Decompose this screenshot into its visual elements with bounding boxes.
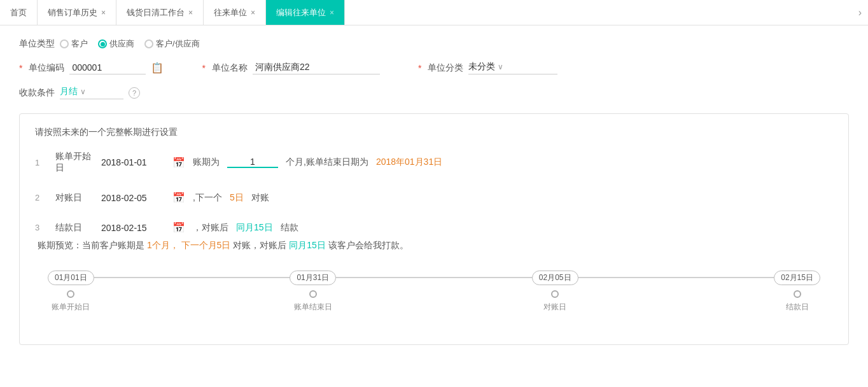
tab-more-button[interactable]: › (852, 7, 868, 18)
radio-supplier[interactable]: 供应商 (98, 38, 134, 50)
period-highlight-3: 同月15日 (236, 222, 273, 234)
timeline: 01月01日 账单开始日 01月31日 账单结束日 02月05日 对账日 02月… (35, 264, 833, 332)
node-label-3: 结款日 (786, 302, 809, 313)
tab-bar: 首页 销售订单历史 × 钱货日清工作台 × 往来单位 × 编辑往来单位 × › (0, 0, 868, 25)
tab-sales-label: 销售订单历史 (48, 7, 97, 18)
unit-type-group: 单位类型 客户 供应商 客户/供应商 (19, 38, 200, 50)
radio-both-circle (144, 39, 153, 48)
unit-type-row: 单位类型 客户 供应商 客户/供应商 (19, 38, 849, 50)
node-circle-3 (794, 290, 801, 298)
tab-edit-close[interactable]: × (330, 8, 334, 17)
period-num-1: 1 (35, 158, 48, 167)
unit-type-radios: 客户 供应商 客户/供应商 (60, 38, 200, 50)
period-label-3: 结款日 (55, 222, 94, 234)
unit-name-label: 单位名称 (212, 62, 248, 74)
unit-cat-label: 单位分类 (428, 62, 463, 74)
period-row-1: 1 账单开始日 2018-01-01 📅 账期为 个月,账单结束日期为 2018… (35, 151, 833, 174)
radio-supplier-label: 供应商 (109, 38, 134, 50)
unit-code-group: * 单位编码 📋 (19, 61, 164, 74)
unit-category-select[interactable]: 未分类 ∨ (468, 61, 557, 74)
node-badge-0: 01月01日 (48, 271, 94, 285)
unit-name-input[interactable] (253, 61, 380, 74)
period-desc-suffix-1: 个月,账单结束日期为 (286, 157, 368, 168)
preview-span3: 同月15日 (289, 240, 326, 250)
node-circle-2 (551, 290, 559, 298)
radio-supplier-circle (98, 39, 107, 48)
payment-terms-arrow: ∨ (80, 87, 86, 96)
payment-terms-select[interactable]: 月结 ∨ (60, 86, 123, 99)
unit-category-group: * 单位分类 未分类 ∨ (418, 61, 557, 74)
period-settings-box: 请按照未来的一个完整帐期进行设置 1 账单开始日 2018-01-01 📅 账期… (19, 113, 849, 345)
period-date-3: 2018-02-15 (101, 223, 165, 233)
unit-name-group: * 单位名称 (202, 61, 379, 74)
timeline-node-1: 01月31日 账单结束日 (290, 271, 336, 313)
period-cal-3[interactable]: 📅 (172, 222, 185, 234)
timeline-node-3: 02月15日 结款日 (774, 271, 820, 313)
tab-home[interactable]: 首页 (0, 0, 38, 25)
tab-cash-work[interactable]: 钱货日清工作台 × (116, 0, 204, 25)
unit-code-label: 单位编码 (29, 62, 64, 74)
timeline-node-0: 01月01日 账单开始日 (48, 271, 94, 313)
node-circle-1 (309, 290, 317, 298)
tab-sales-order-history[interactable]: 销售订单历史 × (38, 0, 116, 25)
period-row-2: 2 对账日 2018-02-05 📅 ,下一个 5日 对账 (35, 192, 833, 204)
period-cal-2[interactable]: 📅 (172, 192, 185, 204)
unit-code-copy-icon[interactable]: 📋 (151, 62, 164, 74)
tab-cash-label: 钱货日清工作台 (127, 7, 185, 18)
unit-code-star: * (19, 63, 22, 73)
node-label-2: 对账日 (543, 302, 566, 313)
period-desc-2b: 对账 (251, 192, 269, 204)
unit-cat-arrow: ∨ (498, 62, 503, 71)
radio-customer-circle (60, 39, 69, 48)
period-num-2: 2 (35, 193, 48, 202)
period-highlight-2: 5日 (230, 192, 244, 204)
period-title: 请按照未来的一个完整帐期进行设置 (35, 127, 833, 138)
period-date-2: 2018-02-05 (101, 193, 165, 203)
tab-partners-label: 往来单位 (214, 7, 247, 18)
tab-sales-close[interactable]: × (101, 8, 106, 17)
radio-customer[interactable]: 客户 (60, 38, 88, 50)
payment-terms-value: 月结 (60, 86, 78, 97)
unit-cat-value: 未分类 (468, 61, 495, 73)
tab-edit-partner[interactable]: 编辑往来单位 × (266, 0, 345, 25)
period-desc-3a: ，对账后 (193, 222, 228, 234)
tab-cash-close[interactable]: × (188, 8, 193, 17)
period-desc-3b: 结款 (281, 222, 298, 234)
payment-terms-group: 收款条件 月结 ∨ ? (19, 86, 140, 99)
payment-terms-row: 收款条件 月结 ∨ ? (19, 86, 849, 99)
period-row-3: 3 结款日 2018-02-15 📅 ，对账后 同月15日 结款 (35, 222, 833, 234)
period-label-1: 账单开始日 (55, 151, 94, 174)
unit-cat-star: * (418, 63, 421, 73)
period-cal-1[interactable]: 📅 (172, 157, 185, 169)
preview-prefix: 账期预览：当前客户账期是 (38, 240, 144, 250)
unit-code-input[interactable] (69, 61, 146, 74)
tab-partners-close[interactable]: × (251, 8, 255, 17)
preview-middle: 对账，对账后 (233, 240, 286, 250)
preview-span1: 1个月， (147, 240, 179, 250)
preview-suffix: 该客户会给我打款。 (328, 240, 409, 250)
tab-edit-label: 编辑往来单位 (276, 7, 326, 18)
payment-help-icon[interactable]: ? (129, 87, 140, 99)
unit-type-label: 单位类型 (19, 38, 55, 50)
node-badge-2: 02月05日 (532, 271, 578, 285)
node-label-0: 账单开始日 (52, 302, 90, 313)
preview-text: 账期预览：当前客户账期是 1个月， 下一个月5日 对账，对账后 同月15日 该客… (35, 240, 833, 251)
timeline-nodes: 01月01日 账单开始日 01月31日 账单结束日 02月05日 对账日 02月… (48, 271, 820, 313)
tab-partners[interactable]: 往来单位 × (204, 0, 266, 25)
main-content: 单位类型 客户 供应商 客户/供应商 * 单位编码 (0, 25, 868, 387)
timeline-node-2: 02月05日 对账日 (532, 271, 578, 313)
node-badge-3: 02月15日 (774, 271, 820, 285)
payment-terms-label: 收款条件 (19, 87, 55, 99)
period-label-2: 对账日 (55, 192, 94, 204)
period-num-3: 3 (35, 223, 48, 232)
period-desc-prefix-1: 账期为 (193, 157, 220, 168)
node-badge-1: 01月31日 (290, 271, 336, 285)
radio-customer-label: 客户 (71, 38, 88, 50)
node-label-1: 账单结束日 (294, 302, 332, 313)
period-end-date-1: 2018年01月31日 (376, 157, 442, 168)
radio-both[interactable]: 客户/供应商 (144, 38, 200, 50)
node-circle-0 (67, 290, 74, 298)
month-input[interactable] (227, 157, 278, 168)
unit-info-row: * 单位编码 📋 * 单位名称 * 单位分类 未分类 ∨ (19, 61, 849, 74)
preview-span2: 下一个月5日 (181, 240, 231, 250)
